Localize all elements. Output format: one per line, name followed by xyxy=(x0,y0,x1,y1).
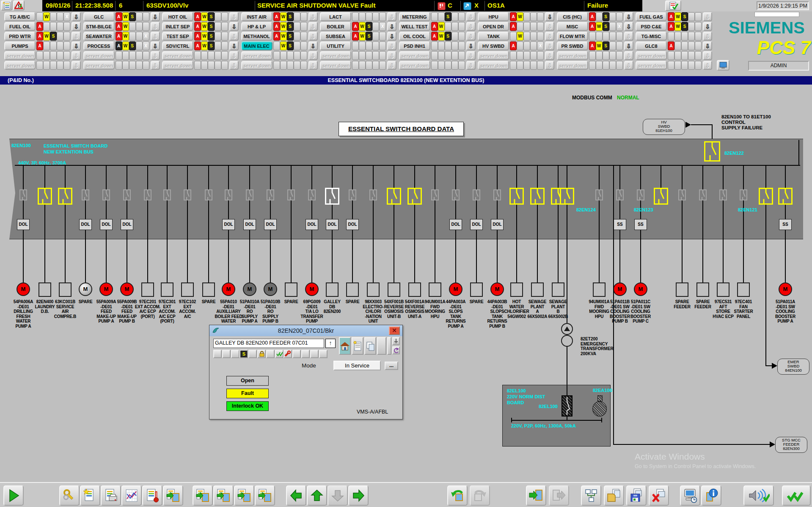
grid-label-seawater[interactable]: SEAWATER xyxy=(83,32,115,41)
grid-label-server-down-5-7[interactable]: server down xyxy=(557,61,588,70)
arrow-right-button[interactable] xyxy=(348,485,369,506)
stg-mcc-ref[interactable]: STG MCCFEEDER82EN300 xyxy=(775,437,807,453)
pic-nav-4-button[interactable] xyxy=(234,485,254,506)
undo-button[interactable] xyxy=(392,346,400,354)
feeder-breaker-16[interactable] xyxy=(325,188,339,205)
goto-picture-arrow-button[interactable]: ⇩ xyxy=(151,41,160,50)
grid-label-glc[interactable]: GLC xyxy=(83,12,115,21)
feeder-breaker-5[interactable] xyxy=(102,189,110,200)
back-button[interactable] xyxy=(447,485,468,506)
feeder-breaker-32[interactable] xyxy=(699,189,707,200)
goto-picture-arrow-button[interactable]: ⇩ xyxy=(229,41,239,50)
feeder-box-symbol[interactable] xyxy=(202,282,215,297)
feeder-box-symbol[interactable] xyxy=(346,282,359,297)
motor-symbol[interactable]: M xyxy=(305,282,319,296)
motor-symbol[interactable]: M xyxy=(613,282,627,296)
feeder-breaker-6[interactable] xyxy=(123,189,131,200)
feeder-breaker-30[interactable] xyxy=(637,189,644,200)
feeder-box-symbol[interactable] xyxy=(141,282,154,297)
goto-picture-arrow-button[interactable]: ⇩ xyxy=(703,41,712,50)
goto-picture-arrow-button[interactable]: ⇩ xyxy=(308,12,318,21)
alarm-message-line[interactable]: 09/01/26 21:22:38.508 6 63SDV100/Vlv SER… xyxy=(42,0,642,11)
goto-picture-arrow-button[interactable]: ⇩ xyxy=(72,22,81,31)
motor-symbol[interactable]: M xyxy=(449,282,462,296)
grid-label-tank[interactable]: TANK xyxy=(478,32,509,41)
feeder-breaker-9[interactable] xyxy=(184,189,191,200)
starter-ss[interactable]: SS xyxy=(614,219,626,230)
grid-label-server-down-5-3[interactable]: server down xyxy=(241,61,273,70)
grid-label-hpu[interactable]: HPU xyxy=(478,12,509,21)
grid-label-server-down-5-4[interactable]: server down xyxy=(320,61,351,70)
feeder-box-symbol[interactable] xyxy=(531,282,544,297)
grid-label-server-down-4-5[interactable]: server down xyxy=(399,51,430,60)
grid-label-boiler[interactable]: BOILER xyxy=(320,22,351,31)
feeder-breaker-23[interactable] xyxy=(473,189,480,200)
feeder-box-symbol[interactable] xyxy=(326,282,339,297)
hv-swbd-ref[interactable]: HVSWBD81EH100 xyxy=(643,119,685,135)
home-view-button[interactable] xyxy=(339,337,351,355)
feeder-box-symbol[interactable] xyxy=(737,282,750,297)
grid-label-psd-c-e[interactable]: PSD C&E xyxy=(636,22,667,31)
feeder-breaker-13[interactable] xyxy=(267,189,274,200)
grid-label-well-test[interactable]: WELL TEST xyxy=(399,22,430,31)
pin-button[interactable] xyxy=(392,337,400,345)
goto-picture-arrow-button[interactable]: ⇩ xyxy=(624,41,633,50)
grid-label-lact[interactable]: LACT xyxy=(320,12,351,21)
grid-label-glc8[interactable]: GLC8 xyxy=(636,41,667,50)
feeder-box-symbol[interactable] xyxy=(696,282,709,297)
goto-picture-arrow-button[interactable]: ⇩ xyxy=(308,22,318,31)
feeder-box-symbol[interactable] xyxy=(470,282,483,297)
goto-picture-arrow-button[interactable]: ⇩ xyxy=(72,41,81,50)
enter-screen-button[interactable] xyxy=(526,485,546,506)
goto-picture-arrow-button[interactable]: ⇩ xyxy=(151,32,160,41)
feeder-breaker-1[interactable] xyxy=(19,189,27,200)
feeder-box-symbol[interactable] xyxy=(181,282,194,297)
goto-picture-arrow-button[interactable]: ⇩ xyxy=(624,22,633,31)
feeder-breaker-19[interactable] xyxy=(387,188,401,205)
grid-label-server-down-4-8[interactable]: server down xyxy=(636,51,667,60)
feeder-box-symbol[interactable] xyxy=(59,282,72,297)
goto-picture-arrow-button[interactable]: ⇩ xyxy=(308,41,318,50)
dialog-close-button[interactable]: ✕ xyxy=(389,326,400,335)
feeder-box-symbol[interactable] xyxy=(676,282,688,297)
grid-label-inst-air[interactable]: INST AIR xyxy=(241,12,273,21)
grid-label-prd-wtr[interactable]: PRD WTR xyxy=(4,32,36,41)
feeder-breaker-29[interactable] xyxy=(616,189,624,200)
breaker-82el100[interactable] xyxy=(562,395,573,417)
starter-ss[interactable]: SS xyxy=(634,219,647,230)
feeder-breaker-26[interactable] xyxy=(530,188,545,205)
maintenance-wrench-icon[interactable] xyxy=(284,350,292,358)
user-session-button[interactable] xyxy=(717,60,729,71)
feeder-breaker-11[interactable] xyxy=(225,189,232,200)
feeder-box-symbol[interactable] xyxy=(593,282,606,297)
info-button[interactable] xyxy=(701,485,721,506)
feeder-box-symbol[interactable] xyxy=(717,282,729,297)
dialog-title-bar[interactable]: 82EN200_07C01/Bkr ✕ xyxy=(209,325,402,336)
motor-symbol[interactable]: M xyxy=(779,282,792,296)
run-button[interactable] xyxy=(3,485,24,506)
grid-label-server-down-4-0[interactable]: server down xyxy=(4,51,36,60)
starter-dol[interactable]: DOL xyxy=(79,219,92,230)
grid-label-fuel-gas[interactable]: FUEL GAS xyxy=(636,12,667,21)
motor-symbol[interactable]: M xyxy=(243,282,256,296)
grid-label-flow-mtr[interactable]: FLOW MTR xyxy=(557,32,588,41)
logged-user[interactable]: ADMIN xyxy=(748,61,809,71)
pic-nav-2-button[interactable] xyxy=(193,485,213,506)
starter-dol[interactable]: DOL xyxy=(470,219,483,230)
alarm-ack-button[interactable] xyxy=(13,0,25,11)
ack-check-icon[interactable] xyxy=(275,350,284,358)
grid-label-pumps[interactable]: PUMPS xyxy=(4,41,36,50)
feeder-breaker-20[interactable] xyxy=(407,188,422,205)
starter-dol[interactable]: DOL xyxy=(306,219,318,230)
grid-label-psd-inh1[interactable]: PSD INH1 xyxy=(399,41,430,50)
topology-button[interactable] xyxy=(581,485,601,506)
ack-all-button[interactable] xyxy=(782,485,811,506)
grid-label-sdv-ctrl[interactable]: SDV/CTRL xyxy=(162,41,193,50)
tie-breaker-82en121[interactable] xyxy=(759,188,773,205)
grid-label-tg-misc[interactable]: TG-MISC xyxy=(636,32,667,41)
delete-button[interactable] xyxy=(649,485,669,506)
starter-dol[interactable]: DOL xyxy=(491,219,504,230)
save-button[interactable] xyxy=(626,485,647,506)
grid-label-server-down-4-4[interactable]: server down xyxy=(320,51,351,60)
pic-nav-5-button[interactable] xyxy=(255,485,275,506)
